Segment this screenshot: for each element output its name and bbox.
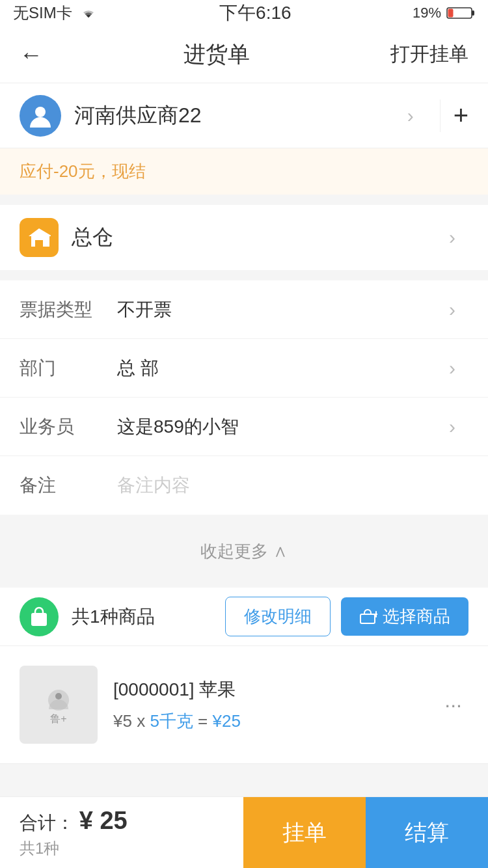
battery-text: 19% — [413, 5, 441, 21]
warehouse-name: 总仓 — [72, 223, 449, 252]
settle-button[interactable]: 结算 — [366, 797, 488, 869]
supplier-section: 河南供应商22 › + 应付-20元，现结 — [0, 83, 488, 195]
product-item: 鲁+ [0000001] 苹果 ¥5 x 5千克 = ¥25 ··· — [0, 646, 488, 764]
dept-chevron-icon: › — [449, 357, 455, 379]
total-row: 合计： ¥ 25 — [20, 807, 224, 835]
salesperson-label: 业务员 — [20, 414, 117, 439]
status-bar: 无SIM卡 下午6:16 19% — [0, 0, 488, 26]
back-button[interactable]: ← — [20, 41, 43, 68]
product-price-row: ¥5 x 5千克 = ¥25 — [113, 710, 438, 733]
dept-row[interactable]: 部门 总 部 › — [0, 339, 488, 398]
collapse-bar[interactable]: 收起更多 ∧ — [0, 525, 488, 577]
warehouse-chevron-icon: › — [449, 226, 455, 249]
page-title: 进货单 — [183, 40, 250, 70]
invoice-value: 不开票 — [117, 297, 449, 322]
bag-icon — [27, 605, 51, 629]
salesperson-row[interactable]: 业务员 这是859的小智 › — [0, 398, 488, 456]
choose-product-button[interactable]: 选择商品 — [341, 597, 468, 636]
edit-detail-button[interactable]: 修改明细 — [225, 597, 331, 636]
svg-point-3 — [35, 107, 46, 117]
warehouse-section: 总仓 › — [0, 205, 488, 270]
total-label: 合计： — [20, 813, 74, 833]
product-thumbnail: 鲁+ — [20, 666, 98, 744]
product-name: [0000001] 苹果 — [113, 677, 438, 702]
supplier-avatar — [20, 95, 61, 137]
divider — [440, 100, 441, 132]
product-quantity: 5千克 — [150, 711, 193, 731]
product-unit-price: ¥5 x — [113, 711, 150, 731]
supplier-row[interactable]: 河南供应商22 › + — [0, 83, 488, 148]
choose-product-label: 选择商品 — [383, 605, 450, 628]
invoice-label: 票据类型 — [20, 297, 117, 322]
svg-rect-6 — [360, 614, 375, 623]
product-more-button[interactable]: ··· — [438, 686, 468, 724]
supplier-alert: 应付-20元，现结 — [0, 148, 488, 195]
status-right: 19% — [413, 5, 475, 21]
product-info: [0000001] 苹果 ¥5 x 5千克 = ¥25 — [113, 677, 438, 733]
status-signal: 无SIM卡 — [13, 3, 98, 23]
salesperson-chevron-icon: › — [449, 416, 455, 438]
total-section: 合计： ¥ 25 共1种 — [0, 807, 243, 859]
remark-label: 备注 — [20, 473, 117, 498]
product-subtotal: ¥25 — [213, 711, 241, 731]
signal-text: 无SIM卡 — [13, 3, 72, 23]
svg-rect-1 — [472, 10, 474, 16]
wifi-icon — [79, 6, 98, 20]
pending-button[interactable]: 挂单 — [243, 797, 366, 869]
product-header: 共1种商品 修改明细 选择商品 — [0, 588, 488, 646]
add-supplier-button[interactable]: + — [454, 101, 468, 130]
product-id: [0000001] — [113, 679, 199, 699]
invoice-chevron-icon: › — [449, 299, 455, 321]
avatar-icon — [27, 103, 53, 129]
collapse-label: 收起更多 ∧ — [200, 540, 287, 563]
bottom-bar: 合计： ¥ 25 共1种 挂单 结算 — [0, 796, 488, 868]
remark-row[interactable]: 备注 备注内容 — [0, 456, 488, 515]
dept-value: 总 部 — [117, 356, 449, 381]
nav-bar: ← 进货单 打开挂单 — [0, 26, 488, 83]
total-amount: ¥ 25 — [79, 807, 128, 834]
supplier-name: 河南供应商22 — [74, 102, 407, 130]
dept-label: 部门 — [20, 356, 117, 381]
warehouse-row[interactable]: 总仓 › — [0, 205, 488, 270]
svg-rect-5 — [31, 613, 47, 626]
svg-text:鲁+: 鲁+ — [50, 713, 66, 724]
form-section: 票据类型 不开票 › 部门 总 部 › 业务员 这是859的小智 › 备注 备注… — [0, 280, 488, 515]
house-icon — [27, 226, 51, 249]
remark-input[interactable]: 备注内容 — [117, 473, 468, 498]
invoice-row[interactable]: 票据类型 不开票 › — [0, 280, 488, 339]
product-count-label: 共1种商品 — [72, 604, 225, 629]
supplier-chevron-icon: › — [407, 105, 414, 127]
warehouse-icon — [20, 218, 59, 257]
product-section: 共1种商品 修改明细 选择商品 鲁+ [0000001] 苹果 — [0, 588, 488, 764]
cart-icon — [359, 609, 377, 625]
battery-icon — [446, 6, 475, 20]
svg-point-10 — [55, 693, 62, 699]
product-icon — [20, 597, 59, 636]
status-time: 下午6:16 — [219, 1, 291, 25]
product-equals: = — [198, 711, 212, 731]
svg-rect-2 — [448, 9, 454, 18]
svg-rect-4 — [35, 240, 43, 247]
salesperson-value: 这是859的小智 — [117, 414, 449, 439]
product-image-icon: 鲁+ — [36, 682, 81, 727]
product-title: 苹果 — [199, 679, 236, 699]
open-pending-button[interactable]: 打开挂单 — [390, 41, 468, 68]
total-count: 共1种 — [20, 838, 224, 859]
